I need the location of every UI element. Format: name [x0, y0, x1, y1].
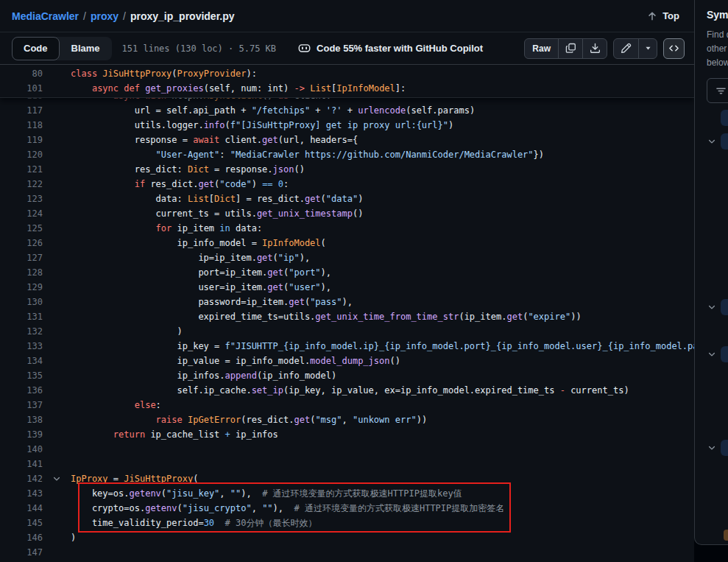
code-line-120: 120 "User-Agent": "MediaCrawler https://… — [0, 147, 694, 162]
line-number[interactable]: 143 — [0, 486, 43, 501]
line-number[interactable]: 135 — [0, 368, 43, 383]
line-number[interactable]: 120 — [0, 147, 43, 162]
chevron-down-icon[interactable] — [707, 137, 716, 146]
symbol-highlight[interactable] — [721, 299, 728, 315]
chevron-down-icon[interactable] — [707, 303, 716, 312]
line-number[interactable]: 145 — [0, 516, 43, 530]
code-line-122: 122 if res_dict.get("code") == 0: — [0, 177, 694, 192]
gutter-space — [43, 162, 71, 177]
scroll-to-top-button[interactable]: Top — [643, 7, 684, 24]
line-number[interactable]: 117 — [0, 103, 43, 118]
line-number[interactable]: 139 — [0, 427, 43, 442]
line-number[interactable]: 144 — [0, 501, 43, 516]
line-number[interactable]: 121 — [0, 162, 43, 177]
code-line-101: 101 async def get_proxies(self, num: int… — [0, 81, 694, 96]
breadcrumb-file-name: proxy_ip_provider.py — [130, 10, 235, 22]
symbol-item[interactable] — [695, 133, 728, 150]
code-line-138: 138 raise IpGetError(res_dict.get("msg",… — [0, 412, 694, 427]
code-text: class JiSuHttpProxy(ProxyProvider): — [71, 66, 694, 81]
line-number[interactable]: 140 — [0, 442, 43, 457]
code-line-147: 147 — [0, 545, 694, 560]
line-number[interactable]: 134 — [0, 354, 43, 368]
code-line-140: 140 — [0, 442, 694, 457]
line-number[interactable]: 119 — [0, 133, 43, 147]
gutter-space — [43, 192, 71, 206]
gutter-space — [43, 383, 71, 398]
code-line-143: 143 key=os.getenv("jisu_key", ""), # 通过环… — [0, 486, 694, 501]
chevron-down-icon[interactable] — [707, 443, 716, 452]
tab-code[interactable]: Code — [12, 37, 60, 60]
symbol-highlight[interactable] — [721, 346, 728, 362]
line-number[interactable]: 136 — [0, 383, 43, 398]
code-line-137: 137 else: — [0, 398, 694, 412]
code-line-135: 135 ip_infos.append(ip_info_model) — [0, 368, 694, 383]
copilot-banner-text: Code 55% faster with GitHub Copilot — [317, 43, 483, 54]
raw-button[interactable]: Raw — [525, 39, 558, 58]
line-number[interactable]: 129 — [0, 280, 43, 295]
code-line-146: 146) — [0, 530, 694, 545]
line-number[interactable]: 130 — [0, 295, 43, 309]
symbols-panel: Symbols Find definitions and references … — [694, 0, 728, 545]
sticky-scope-lines: 80class JiSuHttpProxy(ProxyProvider):101… — [0, 65, 694, 98]
line-number[interactable]: 141 — [0, 457, 43, 471]
symbol-item[interactable] — [695, 110, 728, 126]
code-text: crypto=os.getenv("jisu_crypto", ""), # 通… — [71, 501, 694, 516]
code-text: ip_value = ip_info_model.model_dump_json… — [71, 354, 694, 368]
line-number[interactable]: 126 — [0, 236, 43, 250]
line-number[interactable]: 122 — [0, 177, 43, 192]
line-number[interactable]: 123 — [0, 192, 43, 206]
copy-button[interactable] — [558, 39, 582, 58]
code-text: res_dict: Dict = response.json() — [71, 162, 694, 177]
line-number[interactable]: 127 — [0, 250, 43, 265]
code-line-127: 127 ip=ip_item.get("ip"), — [0, 250, 694, 265]
line-number[interactable]: 132 — [0, 324, 43, 339]
symbol-highlight[interactable] — [721, 110, 728, 126]
symbol-item-partial[interactable] — [724, 530, 728, 541]
line-number[interactable]: 133 — [0, 339, 43, 354]
code-line-117: 117 url = self.api_path + "/fetchips" + … — [0, 103, 694, 118]
line-number[interactable]: 118 — [0, 118, 43, 133]
symbol-item[interactable] — [695, 440, 728, 456]
line-number[interactable]: 147 — [0, 545, 43, 560]
download-button[interactable] — [582, 39, 607, 58]
code-text: key=os.getenv("jisu_key", ""), # 通过环境变量的… — [71, 486, 694, 501]
code-text: time_validity_period=30 # 30分钟（最长时效） — [71, 516, 694, 530]
line-number[interactable]: 146 — [0, 530, 43, 545]
symbol-highlight[interactable] — [721, 440, 728, 456]
gutter-space — [43, 250, 71, 265]
tab-blame[interactable]: Blame — [60, 37, 112, 60]
symbols-panel-toggle-button[interactable] — [663, 38, 685, 59]
gutter-space — [43, 133, 71, 147]
code-text: async def get_proxies(self, num: int) ->… — [71, 81, 694, 96]
copy-icon — [565, 43, 576, 54]
symbol-highlight[interactable] — [721, 133, 728, 150]
line-number[interactable]: 124 — [0, 206, 43, 221]
symbol-item[interactable] — [695, 299, 728, 315]
line-number[interactable]: 80 — [0, 66, 43, 81]
edit-button[interactable] — [614, 39, 638, 58]
gutter-space — [43, 265, 71, 280]
chevron-down-icon[interactable] — [707, 350, 716, 359]
line-number[interactable]: 138 — [0, 412, 43, 427]
breadcrumb-row: MediaCrawler / proxy / proxy_ip_provider… — [0, 0, 694, 32]
line-number[interactable]: 101 — [0, 81, 43, 96]
copilot-banner: Code 55% faster with GitHub Copilot — [298, 42, 483, 55]
line-number[interactable]: 128 — [0, 265, 43, 280]
line-number[interactable]: 142 — [0, 471, 43, 486]
gutter-space — [43, 147, 71, 162]
breadcrumb-repo-link[interactable]: MediaCrawler — [12, 10, 79, 22]
code-text: self.ip_cache.set_ip(ip_key, ip_value, e… — [71, 383, 694, 398]
symbols-heading: Symbols — [707, 9, 728, 21]
code-line-80: 80class JiSuHttpProxy(ProxyProvider): — [0, 66, 694, 81]
line-number[interactable]: 125 — [0, 221, 43, 236]
line-number[interactable]: 137 — [0, 398, 43, 412]
edit-dropdown-button[interactable] — [638, 39, 657, 58]
filter-symbols-input[interactable] — [707, 78, 728, 103]
symbol-item[interactable] — [695, 346, 728, 362]
collapse-toggle[interactable] — [43, 471, 71, 486]
gutter-space — [43, 295, 71, 309]
line-number[interactable]: 131 — [0, 309, 43, 324]
top-button-label: Top — [662, 10, 679, 21]
breadcrumb-folder-link[interactable]: proxy — [91, 10, 119, 22]
code-text — [71, 442, 694, 457]
